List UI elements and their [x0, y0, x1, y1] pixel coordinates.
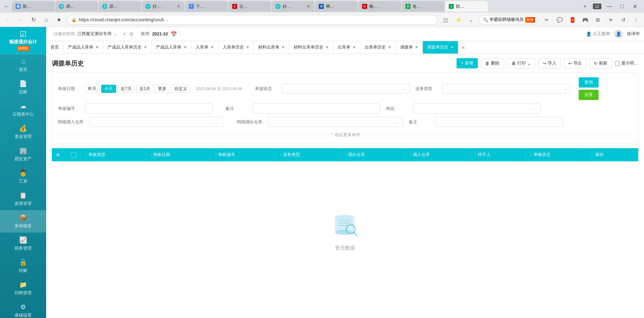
search-box[interactable]: 🔍 学霸应聘场驱鸟员 热搜	[479, 15, 539, 25]
refresh-btn[interactable]: ↻ 刷新	[589, 58, 612, 68]
header-checkbox[interactable]	[71, 152, 76, 158]
browser-tab-11[interactable]: S 目…	[445, 1, 488, 12]
nav-tab-home[interactable]: 首页	[46, 41, 64, 54]
sidebar-item-wages[interactable]: 👨 工资	[0, 166, 46, 188]
add-company-btn[interactable]: +	[123, 31, 126, 37]
undo-icon[interactable]: ↺	[618, 15, 628, 25]
export-btn[interactable]: ↩ 导出	[564, 58, 586, 68]
home-btn[interactable]: ⌂	[41, 15, 51, 25]
nav-tab-outbound-hist-close[interactable]: ✕	[388, 45, 391, 50]
nav-tab-outbound-close[interactable]: ✕	[353, 45, 356, 50]
customer-service-btn[interactable]: 👤 人工咨询	[586, 31, 610, 37]
nav-tab-material-out-hist[interactable]: 材料出库单历史 ✕	[289, 41, 333, 54]
wallet-icon[interactable]: 🧧	[567, 15, 577, 25]
nav-tab-inbound-hist-close[interactable]: ✕	[246, 45, 249, 50]
th-doc-status[interactable]: ↕ 单账状态	[526, 148, 591, 161]
nav-tab-material-out-hist-close[interactable]: ✕	[326, 45, 329, 50]
translate-icon[interactable]: 💬	[555, 15, 564, 25]
import-btn[interactable]: ↪ 导入	[538, 58, 561, 68]
nav-tab-material-out[interactable]: 材料出库单 ✕	[254, 41, 289, 54]
extensions-btn[interactable]: ◫	[441, 15, 451, 25]
delete-btn[interactable]: 🗑 删除	[481, 58, 504, 68]
th-doc-date[interactable]: ↕ 单账日期	[146, 148, 211, 161]
nav-tab-transfer-hist[interactable]: 调拨单历史 ✕	[423, 41, 458, 54]
scissors-icon[interactable]: ✂	[542, 15, 552, 25]
calendar-icon[interactable]: 📅	[171, 31, 177, 37]
game-icon[interactable]: 🎮	[580, 15, 590, 25]
grid-icon[interactable]: ⊞	[593, 15, 603, 25]
sidebar-item-assets[interactable]: 🏢 固定资产	[0, 143, 46, 166]
browser-back[interactable]: ←	[1, 1, 11, 11]
th-settings[interactable]: ⚙	[52, 148, 66, 161]
nav-tab-products-in-hist[interactable]: 产成品入库单历史 ✕	[103, 41, 152, 54]
username[interactable]: 徐泽华	[627, 31, 640, 37]
close-window-btn[interactable]: ✕	[630, 1, 640, 11]
sidebar-item-finance[interactable]: 💰 资金管理	[0, 121, 46, 143]
maximize-btn[interactable]: □	[617, 1, 627, 11]
nav-tab-outbound[interactable]: 出库单 ✕	[333, 41, 360, 54]
bookmark-btn[interactable]: ★	[54, 15, 64, 25]
table-settings-icon[interactable]: ⚙	[56, 152, 60, 157]
date-btn-custom[interactable]: 自定义	[171, 85, 190, 93]
th-doc-num[interactable]: ↕ 单账编号	[211, 148, 275, 161]
sidebar-item-archive[interactable]: 📁 归档管理	[0, 277, 46, 300]
goods-select[interactable]: …	[413, 104, 541, 113]
new-btn[interactable]: + 新增	[457, 58, 478, 68]
th-in-warehouse[interactable]: ↕ 调入仓库	[405, 148, 470, 161]
browser-tab-4[interactable]: 好 好… ✕	[142, 1, 185, 12]
browser-tab-6[interactable]: C 企…	[229, 1, 271, 12]
detail-out-select[interactable]: …	[268, 117, 403, 127]
nav-tab-inbound[interactable]: 入库单 ✕	[191, 41, 218, 54]
browser-tab-10[interactable]: 各 各…	[402, 1, 444, 12]
back-btn[interactable]: ←	[3, 15, 13, 25]
browser-tab-2[interactable]: 易 易…	[55, 1, 98, 12]
nav-tab-inbound-close[interactable]: ✕	[211, 45, 214, 50]
dropdown-btn[interactable]: ⌄	[466, 15, 476, 25]
sidebar-item-invoices[interactable]: 📋 发票管理	[0, 188, 46, 210]
browser-tab-1[interactable]: 新 新…	[12, 1, 55, 12]
browser-tab-8[interactable]: 腾 腾…	[315, 1, 358, 12]
sidebar-item-closing[interactable]: 🔒 结账	[0, 255, 46, 277]
sidebar-item-tax[interactable]: 📈 税务管理	[0, 233, 46, 255]
sun-icon[interactable]: ☀	[606, 15, 616, 25]
status-filter-select[interactable]: ⌄	[282, 84, 410, 94]
menu-icon[interactable]: ⋮	[631, 15, 641, 25]
nav-tab-products-in-close[interactable]: ✕	[95, 45, 99, 50]
nav-tab-transfer[interactable]: 调拨单 ✕	[396, 41, 423, 54]
tab-close-4[interactable]: ✕	[176, 3, 181, 10]
nav-tab-products-in2[interactable]: 产成品入库单 ✕	[152, 41, 191, 54]
settings-config-btn[interactable]: 设置	[579, 90, 599, 100]
th-handler[interactable]: ↕ 经手人	[470, 148, 526, 161]
sidebar-item-ledger[interactable]: 📄 总账	[0, 76, 46, 99]
query-btn[interactable]: 查询	[579, 77, 599, 88]
th-biz-type[interactable]: ↕ 业务类型	[275, 148, 340, 161]
lightning-btn[interactable]: ⚡	[453, 15, 463, 25]
nav-tab-products-in2-close[interactable]: ✕	[184, 45, 187, 50]
tab-close-7[interactable]: ✕	[306, 3, 311, 10]
th-out-warehouse[interactable]: ↕ 调出仓库	[340, 148, 405, 161]
new-tab-btn[interactable]: +	[580, 1, 590, 11]
reload-btn[interactable]: ↻	[28, 15, 38, 25]
th-doc-type[interactable]: ↕ 单账类型	[81, 148, 146, 161]
date-btn-1month[interactable]: 近1月	[136, 85, 154, 93]
print-btn[interactable]: 🖶 打印 ⌄	[507, 58, 535, 68]
gear-settings-icon[interactable]: ⚙	[129, 31, 134, 37]
remark2-input[interactable]	[436, 117, 563, 127]
browser-tab-5[interactable]: 个 个…	[185, 1, 228, 12]
display-cols-checkbox[interactable]	[615, 61, 620, 66]
browser-tab-9[interactable]: M 畅…	[359, 1, 401, 12]
company-selector[interactable]: (勿删勿禁用) 江西服宝测试专用 ⌄	[50, 29, 120, 38]
nav-tab-products-in-hist-close[interactable]: ✕	[144, 45, 147, 50]
biz-type-filter-select[interactable]: ⌄	[442, 84, 570, 94]
doc-num-input[interactable]	[85, 104, 213, 113]
nav-tab-material-out-close[interactable]: ✕	[282, 45, 285, 50]
user-avatar[interactable]: 👤	[614, 30, 623, 38]
nav-tab-transfer-close[interactable]: ✕	[415, 45, 418, 50]
sidebar-item-inventory[interactable]: 📦 库存核算	[0, 210, 46, 233]
sidebar-item-settings[interactable]: ⚙ 基础设置	[0, 300, 46, 318]
nav-tab-transfer-hist-close[interactable]: ✕	[451, 45, 454, 50]
collapse-btn[interactable]: ⌃ 收起更多条件	[327, 130, 363, 139]
remark-input[interactable]	[252, 104, 380, 113]
tab-close-all-btn[interactable]: ✕	[458, 45, 468, 50]
nav-tab-products-in[interactable]: 产成品入库单 ✕	[64, 41, 103, 54]
